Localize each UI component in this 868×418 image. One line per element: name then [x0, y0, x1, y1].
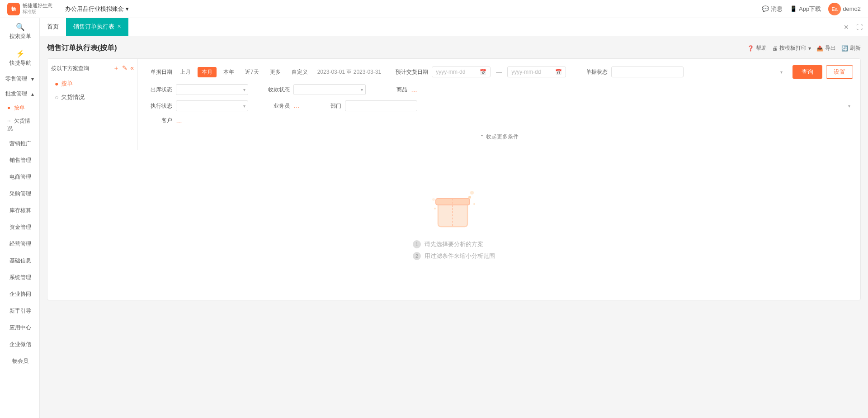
date-btn-more[interactable]: 更多 [266, 67, 285, 77]
user-menu[interactable]: Ea demo2 [828, 3, 861, 15]
chevron-icon: ▾ [31, 76, 34, 82]
ship-status-label: 出库状态 [145, 86, 172, 94]
exec-status-input[interactable] [176, 100, 248, 111]
sidebar-item-purchase[interactable]: 采购管理 [0, 185, 39, 202]
salesperson-label: 业务员 [263, 102, 290, 110]
goods-more-icon[interactable]: … [411, 86, 417, 93]
date-btn-thisyear[interactable]: 本年 [219, 67, 238, 77]
sidebar-item-newbie[interactable]: 新手引导 [0, 303, 39, 319]
single-status-input[interactable] [611, 66, 684, 77]
sidebar-subitem-debt[interactable]: ○ 欠货情况 [0, 114, 39, 135]
department-select[interactable]: ▾ [345, 100, 853, 111]
sidebar-item-member[interactable]: 畅会员 [0, 353, 39, 370]
field-single-status: 单据状态 ▾ [580, 66, 785, 77]
retail-group: 零售管理 ▾ [0, 71, 39, 86]
collection-status-select[interactable]: ▾ [293, 84, 366, 95]
sidebar-item-appstore[interactable]: 应用中心 [0, 319, 39, 336]
print-icon: 🖨 [772, 45, 778, 52]
date-btn-7days[interactable]: 近7天 [241, 67, 263, 77]
tab-sales-order[interactable]: 销售订单执行表 ✕ [66, 18, 128, 36]
query-button[interactable]: 查询 [793, 65, 822, 79]
sidebar-item-sales[interactable]: 销售管理 [0, 152, 39, 169]
company-dropdown[interactable]: 办公用品行业模拟账套 ▾ [65, 5, 129, 13]
filter-option-order[interactable]: ● 按单 [51, 77, 134, 90]
expected-date-to[interactable]: yyyy-mm-dd 📅 [507, 66, 566, 77]
header-left: 畅 畅捷通好生意 标准版 办公用品行业模拟账套 ▾ [7, 3, 129, 15]
empty-step-2: 2 用过滤条件来缩小分析范围 [413, 252, 495, 260]
setting-button[interactable]: 设置 [826, 65, 853, 79]
sidebar-subitem-order[interactable]: ● 按单 [0, 101, 39, 114]
sidebar-item-search[interactable]: 🔍 搜索菜单 [0, 18, 39, 45]
sidebar-item-marketing[interactable]: 营销推广 [0, 135, 39, 152]
download-icon: 📱 [790, 5, 797, 12]
add-scheme-icon[interactable]: ＋ [113, 64, 119, 72]
collapse-sidebar-icon[interactable]: « [130, 64, 134, 72]
date-btn-custom[interactable]: 自定义 [288, 67, 312, 77]
chevron-up-icon: ▴ [31, 91, 34, 97]
svg-point-3 [468, 196, 471, 199]
ship-status-select[interactable]: ▾ [176, 84, 248, 95]
tab-maximize-button[interactable]: ⛶ [854, 22, 864, 33]
tab-home[interactable]: 首页 [40, 18, 66, 36]
tab-close-icon[interactable]: ✕ [117, 24, 121, 29]
exec-status-select[interactable]: ▾ [176, 100, 248, 111]
sidebar-item-retail[interactable]: 零售管理 ▾ [0, 71, 39, 86]
tab-minimize-button[interactable]: ✕ [842, 22, 851, 33]
chevron-down-icon: ▾ [126, 5, 129, 12]
customer-more-icon[interactable]: … [176, 117, 182, 124]
top-header: 畅 畅捷通好生意 标准版 办公用品行业模拟账套 ▾ 💬 消息 📱 App下载 E… [0, 0, 868, 18]
single-status-select[interactable]: ▾ [611, 66, 785, 77]
sidebar-item-operation[interactable]: 经营管理 [0, 236, 39, 252]
debt-option-icon: ○ [55, 94, 58, 101]
filter-row-3: 执行状态 ▾ 业务员 … [145, 100, 853, 111]
sidebar-item-inventory[interactable]: 库存核算 [0, 202, 39, 219]
svg-point-7 [432, 198, 435, 201]
expected-date-from[interactable]: yyyy-mm-dd 📅 [432, 66, 491, 77]
single-status-label: 单据状态 [580, 68, 608, 76]
edit-scheme-icon[interactable]: ✎ [122, 64, 127, 72]
help-icon: ❓ [747, 45, 754, 52]
sidebar-item-enterprise[interactable]: 企业协同 [0, 286, 39, 303]
date-btn-thismonth[interactable]: 本月 [198, 67, 217, 77]
help-button[interactable]: ❓ 帮助 [747, 44, 767, 52]
order-icon: ● [7, 104, 10, 111]
empty-state: 1 请先选择要分析的方案 2 用过滤条件来缩小分析范围 [47, 150, 860, 300]
select-arrow5-icon: ▾ [848, 104, 850, 109]
date-btn-lastmonth[interactable]: 上月 [176, 67, 195, 77]
field-goods: 商品 … [380, 86, 853, 94]
sidebar-item-system[interactable]: 系统管理 [0, 269, 39, 286]
sidebar-item-ecommerce[interactable]: 电商管理 [0, 169, 39, 185]
goods-label: 商品 [380, 86, 407, 94]
template-print-button[interactable]: 🖨 按模板打印 ▾ [772, 44, 811, 52]
collapse-bar[interactable]: ⌃ 收起更多条件 [145, 130, 853, 143]
collapse-icon: ⌃ [480, 134, 484, 140]
field-salesperson: 业务员 … [263, 102, 300, 110]
ship-status-input[interactable] [176, 84, 248, 95]
collection-status-input[interactable] [293, 84, 366, 95]
logo-icon: 畅 [7, 3, 20, 15]
department-label: 部门 [314, 102, 341, 110]
calendar-icon2: 📅 [555, 69, 562, 75]
app-download-button[interactable]: 📱 App下载 [790, 5, 821, 13]
quicknav-icon: ⚡ [16, 49, 25, 58]
debt-icon: ○ [7, 118, 10, 124]
sidebar-item-finance[interactable]: 资金管理 [0, 219, 39, 236]
action-bar: 查询 设置 [793, 65, 853, 79]
customer-label: 客户 [145, 117, 172, 124]
department-input[interactable] [345, 100, 417, 111]
export-button[interactable]: 📤 导出 [816, 44, 836, 52]
page-title-bar: 销售订单执行表(按单) ❓ 帮助 🖨 按模板打印 ▾ 📤 导出 [47, 43, 861, 53]
salesperson-more-icon[interactable]: … [293, 102, 300, 109]
sidebar-item-basic[interactable]: 基础信息 [0, 252, 39, 269]
field-single-date: 单据日期 上月 本月 本年 近7天 更多 自定义 [145, 67, 381, 77]
empty-illustration [431, 186, 481, 236]
refresh-button[interactable]: 🔄 刷新 [841, 44, 861, 52]
sidebar-item-wholesale[interactable]: 批发管理 ▴ [0, 86, 39, 101]
filter-option-debt[interactable]: ○ 欠货情况 [51, 90, 134, 104]
message-button[interactable]: 💬 消息 [762, 5, 783, 13]
sidebar-item-quicknav[interactable]: ⚡ 快捷导航 [0, 45, 39, 71]
main-panel: 按以下方案查询 ＋ ✎ « ● 按单 ○ [47, 58, 861, 300]
refresh-icon: 🔄 [841, 45, 848, 52]
avatar: Ea [828, 3, 841, 15]
sidebar-item-wechat[interactable]: 企业微信 [0, 336, 39, 353]
